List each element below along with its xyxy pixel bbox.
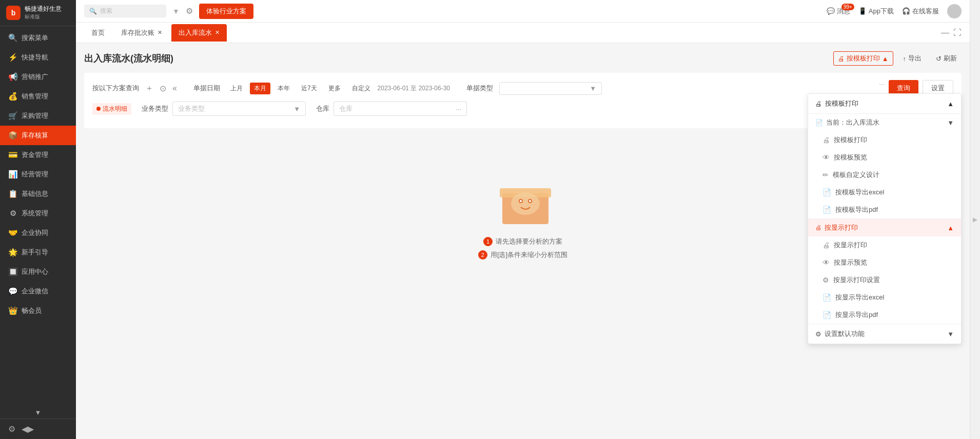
display-print-icon: 🖨 (822, 241, 830, 249)
display-section-label: 按显示打印 (825, 223, 858, 232)
warehouse-placeholder: 仓库 (339, 104, 352, 113)
filter-collapse-icon[interactable]: « (172, 84, 177, 93)
footer-settings-icon: ⚙ (815, 330, 821, 338)
receipt-type-select[interactable]: ▼ (499, 82, 602, 95)
customer-service-button[interactable]: 🎧 在线客服 (902, 7, 939, 16)
date-range-value: 2023-06-01 至 2023-06-30 (378, 84, 450, 93)
filter-warehouse: 仓库 仓库 ··· (316, 102, 467, 116)
sidebar-item-search[interactable]: 🔍 搜索菜单 (0, 28, 76, 48)
dropdown-template-excel[interactable]: 📄 按模板导出excel (808, 184, 961, 201)
sidebar-item-label: 快捷导航 (22, 53, 48, 62)
sidebar-item-apps[interactable]: 🔲 应用中心 (0, 262, 76, 282)
printer-icon: 🖨 (838, 55, 845, 63)
sidebar-item-system[interactable]: ⚙ 系统管理 (0, 204, 76, 223)
dropdown-display-settings[interactable]: ⚙ 按显示打印设置 (808, 271, 961, 289)
footer-chevron-icon: ▼ (947, 330, 954, 338)
tag-dot-icon (96, 107, 101, 111)
sidebar-item-vip[interactable]: 👑 畅会员 (0, 301, 76, 321)
export-icon: ↑ (903, 55, 907, 63)
gear-icon: ⚙ (8, 209, 17, 218)
sidebar-item-shortcut[interactable]: ⚡ 快捷导航 (0, 48, 76, 67)
tab-expand-icon[interactable]: ⛶ (953, 28, 962, 37)
dropdown-display-preview[interactable]: 👁 按显示预览 (808, 254, 961, 271)
display-section-chevron: ▲ (947, 224, 954, 232)
business-type-label: 业务类型 (142, 104, 168, 113)
sidebar-item-collab[interactable]: 🤝 企业协同 (0, 223, 76, 243)
app-download-button[interactable]: 📱 App下载 (858, 7, 894, 16)
flow-tab-close-icon[interactable]: ✕ (215, 29, 220, 36)
sidebar-scroll-down[interactable]: ▼ (0, 407, 76, 418)
dropdown-current-header[interactable]: 📄 当前：出入库流水 ▼ (808, 114, 961, 131)
dropdown-display-pdf[interactable]: 📄 按显示导出pdf (808, 306, 961, 324)
dropdown-template-print[interactable]: 🖨 按模板打印 (808, 131, 961, 149)
dropdown-display-excel[interactable]: 📄 按显示导出excel (808, 289, 961, 306)
template-pdf-icon: 📄 (822, 206, 831, 214)
sidebar-footer: ⚙ ◀▶ (0, 418, 76, 439)
date-current-year[interactable]: 本年 (273, 83, 294, 94)
tab-minimize-icon[interactable]: — (941, 28, 949, 37)
receipt-type-chevron-icon: ▼ (590, 85, 596, 92)
sidebar-item-wechat[interactable]: 💬 企业微信 (0, 282, 76, 301)
template-excel-icon: 📄 (822, 188, 831, 196)
dropdown-template-pdf[interactable]: 📄 按模板导出pdf (808, 201, 961, 218)
display-pdf-icon: 📄 (822, 311, 831, 319)
display-settings-icon: ⚙ (822, 276, 829, 284)
date-custom[interactable]: 自定义 (348, 83, 375, 94)
empty-illustration (497, 175, 548, 227)
settings-footer-icon[interactable]: ⚙ (8, 424, 15, 434)
sidebar-item-label: 企业协同 (22, 228, 48, 237)
warehouse-label: 仓库 (316, 104, 329, 113)
main-area: 🔍 搜索 ▼ ⚙ 体验行业方案 💬 消息 99+ 📱 App下载 🎧 在线客服 (76, 0, 970, 439)
sidebar-item-sales[interactable]: 💰 销售管理 (0, 87, 76, 106)
warehouse-select[interactable]: 仓库 ··· (334, 102, 467, 116)
megaphone-icon: 📢 (8, 72, 17, 82)
tab-flow[interactable]: 出入库流水 ✕ (171, 24, 227, 42)
app-edition: 标准版 (25, 13, 62, 21)
sidebar-item-purchase[interactable]: 🛒 采购管理 (0, 106, 76, 126)
sidebar-item-label: 采购管理 (22, 111, 48, 121)
topbar-search[interactable]: 🔍 搜索 (84, 5, 166, 17)
filter-settings-icon[interactable]: ⊙ (160, 84, 166, 93)
user-avatar[interactable] (947, 4, 962, 18)
svg-point-2 (511, 192, 540, 215)
dropdown-header-label: 按模板打印 (825, 99, 858, 108)
topbar: 🔍 搜索 ▼ ⚙ 体验行业方案 💬 消息 99+ 📱 App下载 🎧 在线客服 (76, 0, 970, 23)
date-7days[interactable]: 近7天 (297, 83, 321, 94)
dropdown-header[interactable]: 🖨 按模板打印 ▲ (808, 94, 961, 114)
sidebar-item-inventory[interactable]: 📦 库存核算 (0, 126, 76, 145)
sidebar-item-finance[interactable]: 💳 资金管理 (0, 145, 76, 165)
message-button[interactable]: 💬 消息 99+ (827, 7, 850, 16)
right-edge-tab[interactable]: ▶ (970, 0, 980, 439)
date-current-month[interactable]: 本月 (250, 83, 270, 94)
sidebar-item-basic[interactable]: 📋 基础信息 (0, 184, 76, 204)
filter-add-icon[interactable]: ＋ (145, 83, 153, 94)
refresh-button[interactable]: ↺ 刷新 (931, 51, 962, 66)
tab-batch[interactable]: 库存批次账 ✕ (114, 24, 169, 42)
filter-tag-detail[interactable]: 流水明细 (92, 103, 131, 115)
date-last-month[interactable]: 上月 (226, 83, 247, 94)
sidebar-item-guide[interactable]: 🌟 新手引导 (0, 243, 76, 262)
collapse-footer-icon[interactable]: ◀▶ (22, 424, 34, 434)
print-template-button[interactable]: 🖨 按模板打印 ▲ (833, 51, 893, 66)
dropdown-display-print[interactable]: 🖨 按显示打印 (808, 236, 961, 254)
dropdown-footer[interactable]: ⚙ 设置默认功能 ▼ (808, 324, 961, 344)
topbar-gear-icon[interactable]: ⚙ (186, 6, 193, 16)
current-section-label: 当前：出入库流水 (826, 118, 879, 127)
sidebar-item-marketing[interactable]: 📢 营销推广 (0, 67, 76, 87)
export-button[interactable]: ↑ 导出 (898, 51, 927, 66)
dropdown-template-preview[interactable]: 👁 按模板预览 (808, 149, 961, 166)
sidebar-item-label: 畅会员 (22, 306, 42, 315)
svg-point-6 (529, 200, 531, 202)
crown-icon: 👑 (8, 306, 17, 315)
page-actions: 🖨 按模板打印 ▲ ↑ 导出 ↺ 刷新 (833, 51, 962, 66)
business-type-select[interactable]: 业务类型 ▼ (172, 102, 306, 116)
tab-home[interactable]: 首页 (84, 24, 112, 42)
dropdown-template-custom[interactable]: ✏ 模板自定义设计 (808, 166, 961, 184)
dropdown-display-header[interactable]: 🖨 按显示打印 ▲ (808, 219, 961, 236)
date-more[interactable]: 更多 (324, 83, 345, 94)
sidebar-item-operation[interactable]: 📊 经营管理 (0, 165, 76, 184)
cta-button[interactable]: 体验行业方案 (199, 4, 253, 19)
batch-tab-close-icon[interactable]: ✕ (158, 29, 162, 36)
dropdown-current-section: 📄 当前：出入库流水 ▼ 🖨 按模板打印 👁 按模板预览 ✏ 模板自定义设计 (808, 114, 961, 219)
dropdown-arrow-icon[interactable]: ▼ (172, 7, 180, 15)
